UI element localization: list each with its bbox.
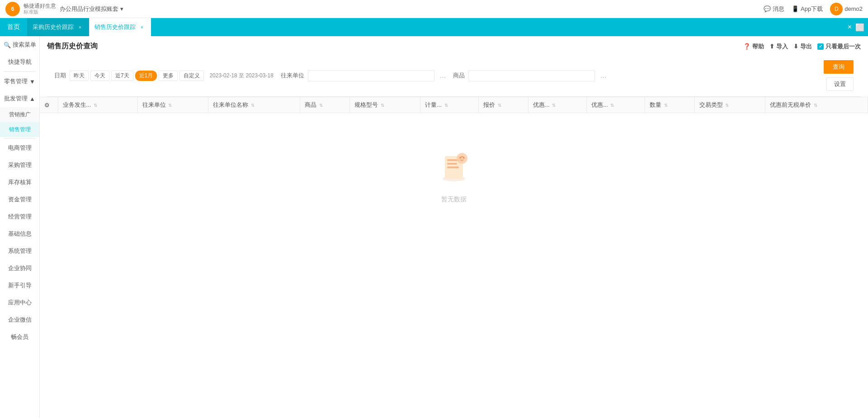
- sidebar-item-sales-mgmt[interactable]: 销售管理: [0, 122, 39, 137]
- chevron-down-icon: ▼: [29, 78, 35, 85]
- product-dots-icon[interactable]: ...: [600, 71, 606, 80]
- user-menu[interactable]: D demo2: [830, 3, 863, 15]
- tab-home[interactable]: 首页: [0, 18, 27, 36]
- sidebar-item-purchase[interactable]: 采购管理: [0, 157, 39, 174]
- empty-state-cell: 暂无数据: [40, 113, 868, 240]
- sort-icon: ⇅: [94, 103, 97, 108]
- sidebar-item-retail[interactable]: 零售管理 ▼: [0, 73, 39, 90]
- sidebar-item-finance[interactable]: 资金管理: [0, 191, 39, 208]
- sidebar-item-basic-info[interactable]: 基础信息: [0, 225, 39, 242]
- empty-state-row: 暂无数据: [40, 113, 868, 240]
- filter-date: 日期 昨天 今天 近7天 近1月 更多 自定义 2023-02-18 至 202…: [54, 71, 274, 81]
- sidebar-item-enterprise[interactable]: 企业协同: [0, 260, 39, 277]
- window-restore-icon[interactable]: ⬜: [855, 23, 864, 32]
- app-selector[interactable]: 办公用品行业模拟账套 ▾: [60, 5, 123, 13]
- col-spec[interactable]: 规格型号 ⇅: [349, 97, 420, 113]
- avatar: D: [830, 3, 843, 15]
- col-trade-type[interactable]: 交易类型 ⇅: [694, 97, 765, 113]
- sidebar-item-app-center[interactable]: 应用中心: [0, 294, 39, 311]
- page-header: 销售历史价查询 ❓ 帮助 ⬆ 导入 ⬇ 导出 ✓: [40, 36, 868, 97]
- filter-bar: 日期 昨天 今天 近7天 近1月 更多 自定义 2023-02-18 至 202…: [47, 57, 861, 97]
- table-body: 暂无数据: [40, 113, 868, 240]
- col-date[interactable]: 业务发生... ⇅: [58, 97, 137, 113]
- sidebar-item-system[interactable]: 系统管理: [0, 242, 39, 260]
- top-bar-left: 6 畅捷通好生意 标准版 办公用品行业模拟账套 ▾: [5, 2, 123, 16]
- app-logo: 6: [5, 2, 20, 16]
- top-bar: 6 畅捷通好生意 标准版 办公用品行业模拟账套 ▾ 💬 消息 📱 App下载 D…: [0, 0, 868, 18]
- message-icon: 💬: [764, 5, 771, 12]
- help-button[interactable]: ❓ 帮助: [743, 43, 764, 51]
- date-label: 日期: [54, 71, 66, 80]
- tab-bar-actions: × ⬜: [848, 23, 868, 32]
- partner-input[interactable]: [308, 70, 434, 81]
- export-icon: ⬇: [793, 43, 798, 50]
- sidebar-sub-wholesale: 营销推广 销售管理: [0, 107, 39, 137]
- sidebar-item-quicknav[interactable]: 快捷导航: [0, 53, 39, 71]
- sort-icon-11: ⇅: [725, 103, 729, 108]
- date-btn-7days[interactable]: 近7天: [111, 71, 133, 81]
- sidebar-item-operations[interactable]: 经营管理: [0, 208, 39, 225]
- checkbox-icon: ✓: [817, 43, 824, 50]
- content-area: 销售历史价查询 ❓ 帮助 ⬆ 导入 ⬇ 导出 ✓: [40, 36, 868, 418]
- col-discount2[interactable]: 优惠... ⇅: [586, 97, 645, 113]
- date-btn-custom[interactable]: 自定义: [179, 71, 204, 81]
- table-settings-col[interactable]: ⚙: [40, 97, 58, 113]
- svg-rect-3: [447, 163, 457, 165]
- download-icon: 📱: [792, 5, 799, 12]
- window-close-icon[interactable]: ×: [848, 23, 852, 31]
- tab-purchase[interactable]: 采购历史价跟踪 ×: [27, 18, 89, 36]
- filter-product: 商品 ...: [453, 70, 606, 81]
- sidebar-item-onboarding[interactable]: 新手引导: [0, 277, 39, 294]
- col-partner-code[interactable]: 往来单位 ⇅: [137, 97, 208, 113]
- main-layout: 🔍 搜索菜单 快捷导航 零售管理 ▼ 批发管理 ▲ 营销推广 销售管理 电商管理: [0, 36, 868, 418]
- import-icon: ⬆: [769, 43, 774, 50]
- sidebar-item-search[interactable]: 🔍 搜索菜单: [0, 36, 39, 53]
- date-btn-1month[interactable]: 近1月: [135, 71, 157, 81]
- sidebar-item-marketing[interactable]: 营销推广: [0, 107, 39, 122]
- date-btn-more[interactable]: 更多: [159, 71, 178, 81]
- sort-icon-4: ⇅: [319, 103, 323, 108]
- query-button[interactable]: 查询: [824, 60, 854, 74]
- app-download-button[interactable]: 📱 App下载: [792, 5, 823, 13]
- only-last-checkbox[interactable]: ✓ 只看最后一次: [817, 43, 861, 51]
- sort-icon-8: ⇅: [552, 103, 556, 108]
- sort-icon-5: ⇅: [381, 103, 384, 108]
- product-input[interactable]: [468, 70, 595, 81]
- sidebar-item-wechat[interactable]: 企业微信: [0, 311, 39, 328]
- partner-dots-icon[interactable]: ...: [440, 71, 446, 80]
- sidebar: 🔍 搜索菜单 快捷导航 零售管理 ▼ 批发管理 ▲ 营销推广 销售管理 电商管理: [0, 36, 40, 418]
- date-btn-today[interactable]: 今天: [90, 71, 109, 81]
- col-quote[interactable]: 报价 ⇅: [479, 97, 528, 113]
- sidebar-item-inventory[interactable]: 库存核算: [0, 174, 39, 191]
- tab-sales[interactable]: 销售历史价跟踪 ×: [89, 18, 151, 36]
- sort-icon-2: ⇅: [168, 103, 172, 108]
- data-table: ⚙ 业务发生... ⇅ 往来单位 ⇅ 往来单位名称 ⇅: [40, 97, 868, 240]
- sort-icon-7: ⇅: [498, 103, 501, 108]
- col-qty[interactable]: 数量 ⇅: [645, 97, 694, 113]
- message-button[interactable]: 💬 消息: [764, 5, 784, 13]
- tab-sales-close[interactable]: ×: [138, 24, 146, 31]
- search-icon: 🔍: [4, 42, 11, 48]
- col-unit[interactable]: 计量... ⇅: [420, 97, 479, 113]
- sidebar-divider-1: [4, 71, 36, 72]
- col-product[interactable]: 商品 ⇅: [300, 97, 349, 113]
- col-partner-name[interactable]: 往来单位名称 ⇅: [208, 97, 300, 113]
- settings-button[interactable]: 设置: [826, 77, 854, 91]
- empty-illustration: [436, 149, 472, 192]
- sidebar-item-wholesale[interactable]: 批发管理 ▲: [0, 90, 39, 107]
- sidebar-item-member[interactable]: 畅会员: [0, 328, 39, 346]
- col-discount1[interactable]: 优惠... ⇅: [528, 97, 586, 113]
- import-button[interactable]: ⬆ 导入: [769, 43, 788, 51]
- svg-rect-4: [447, 166, 459, 168]
- empty-text: 暂无数据: [441, 195, 467, 204]
- tab-purchase-close[interactable]: ×: [76, 24, 84, 31]
- tab-bar: 首页 采购历史价跟踪 × 销售历史价跟踪 × × ⬜: [0, 18, 868, 36]
- filter-partner: 往来单位 ...: [281, 70, 446, 81]
- page-title: 销售历史价查询: [47, 42, 98, 51]
- sort-icon-12: ⇅: [814, 103, 817, 108]
- sidebar-item-ecommerce[interactable]: 电商管理: [0, 139, 39, 157]
- svg-point-6: [460, 157, 461, 159]
- date-btn-yesterday[interactable]: 昨天: [70, 71, 89, 81]
- col-pretax-price[interactable]: 优惠前无税单价 ⇅: [765, 97, 868, 113]
- export-button[interactable]: ⬇ 导出: [793, 43, 812, 51]
